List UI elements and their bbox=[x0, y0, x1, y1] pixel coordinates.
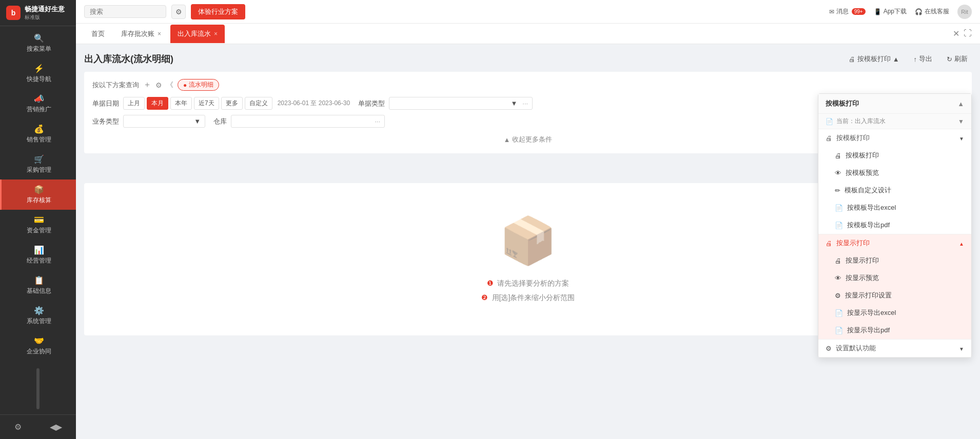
template-print-item[interactable]: 🖨 按模板打印 bbox=[818, 147, 971, 164]
filter-active-tag[interactable]: ● 流水明细 bbox=[178, 79, 219, 91]
export-button[interactable]: ↑ 导出 bbox=[910, 52, 937, 66]
filter-warehouse-select[interactable]: ··· bbox=[231, 115, 385, 128]
display-print-settings-item[interactable]: ⚙ 按显示打印设置 bbox=[818, 287, 971, 304]
template-print-section-icon: 🖨 bbox=[826, 134, 832, 142]
sidebar-item-quick-nav[interactable]: ⚡快捷导航 bbox=[0, 58, 76, 89]
trial-button[interactable]: 体验行业方案 bbox=[191, 4, 245, 19]
sidebar-item-label: 采购管理 bbox=[27, 166, 51, 174]
filter-warehouse-item: 仓库 ··· bbox=[213, 115, 385, 128]
tab-inventory-batch[interactable]: 库存批次账 × bbox=[114, 25, 168, 43]
dropdown-header: 按模板打印 ▲ bbox=[818, 94, 971, 114]
date-btn-this-month[interactable]: 本月 bbox=[147, 97, 168, 110]
settings-gear-button[interactable]: ⚙ bbox=[171, 5, 186, 19]
refresh-button[interactable]: ↻ 刷新 bbox=[943, 52, 972, 66]
pdf-icon: 📄 bbox=[835, 222, 843, 229]
dropdown-section-template-print: 🖨 按模板打印 🖨 按模板打印 👁 按模板预览 ✏ 模板自定义设计 bbox=[818, 129, 971, 234]
tab-inventory-flow[interactable]: 出入库流水 × bbox=[170, 25, 225, 43]
filter-settings-button[interactable]: ⚙ bbox=[155, 81, 162, 89]
collapse-sidebar-icon[interactable]: ◀▶ bbox=[48, 420, 64, 434]
finance-icon: 💳 bbox=[34, 215, 44, 225]
maximize-button[interactable]: ⛶ bbox=[964, 29, 972, 38]
sidebar-nav: 🔍搜索菜单⚡快捷导航📣营销推广💰销售管理🛒采购管理📦库存核算💳资金管理📊经营管理… bbox=[0, 26, 76, 363]
set-default-icon: ⚙ bbox=[826, 345, 832, 352]
main-content: ⚙ 体验行业方案 ✉ 消息 99+ 📱 App下载 🎧 在线客服 Rit bbox=[76, 0, 980, 439]
sidebar-item-inventory[interactable]: 📦库存核算 bbox=[0, 179, 76, 210]
sidebar-item-system[interactable]: ⚙️系统管理 bbox=[0, 301, 76, 331]
template-preview-item[interactable]: 👁 按模板预览 bbox=[818, 164, 971, 182]
filter-date-range: 2023-06-01 至 2023-06-30 bbox=[278, 99, 350, 108]
sidebar-item-label: 经营管理 bbox=[27, 256, 51, 265]
set-default-chevron bbox=[959, 345, 964, 352]
empty-hint-2: ❷ 用[选]条件来缩小分析范围 bbox=[481, 290, 575, 305]
sidebar-item-label: 营销推广 bbox=[27, 105, 51, 114]
avatar[interactable]: Rit bbox=[957, 5, 972, 19]
print-dropdown-panel: 按模板打印 ▲ 📄 当前：出入库流水 ▼ 🖨 按模板打印 bbox=[818, 93, 972, 358]
tab-home[interactable]: 首页 bbox=[84, 25, 112, 43]
empty-illustration: 📦 bbox=[499, 214, 557, 268]
search-input[interactable] bbox=[84, 5, 166, 18]
sidebar-logo: b 畅捷通好生意 标准版 bbox=[0, 0, 76, 26]
sidebar-item-basic[interactable]: 📋基础信息 bbox=[0, 270, 76, 301]
sidebar-item-sales[interactable]: 💰销售管理 bbox=[0, 119, 76, 149]
date-btn-more[interactable]: 更多 bbox=[221, 97, 243, 110]
filter-collapse-button[interactable]: 《 bbox=[166, 81, 173, 90]
sidebar-item-marketing[interactable]: 📣营销推广 bbox=[0, 89, 76, 119]
sidebar-item-cooperation[interactable]: 🤝企业协同 bbox=[0, 331, 76, 361]
current-template-icon: 📄 bbox=[826, 118, 833, 125]
filter-doc-type-item: 单据类型 ▼ ··· bbox=[358, 97, 533, 110]
filter-tag-dot: ● bbox=[183, 82, 187, 89]
dropdown-chevron-icon[interactable]: ▲ bbox=[957, 100, 964, 108]
display-print-item[interactable]: 🖨 按显示打印 bbox=[818, 252, 971, 269]
sidebar-item-search[interactable]: 🔍搜索菜单 bbox=[0, 28, 76, 58]
date-btn-last-month[interactable]: 上月 bbox=[123, 97, 145, 110]
template-print-section-header[interactable]: 🖨 按模板打印 bbox=[818, 129, 971, 147]
set-default-section-header[interactable]: ⚙ 设置默认功能 bbox=[818, 340, 971, 357]
app-download-button[interactable]: 📱 App下载 bbox=[874, 7, 907, 16]
collapse-icon: ▲ bbox=[504, 136, 511, 144]
export-icon: ↑ bbox=[914, 55, 917, 63]
quick-nav-icon: ⚡ bbox=[34, 64, 44, 73]
header-search-wrap bbox=[84, 5, 166, 18]
chevron-down-icon: ▼ bbox=[194, 117, 201, 125]
excel-icon: 📄 bbox=[835, 204, 843, 212]
sidebar-item-finance[interactable]: 💳资金管理 bbox=[0, 210, 76, 240]
tab-close-inventory-batch[interactable]: × bbox=[158, 30, 161, 37]
printer-item-icon: 🖨 bbox=[835, 152, 841, 159]
settings-icon[interactable]: ⚙ bbox=[12, 420, 24, 434]
sidebar-item-label: 快捷导航 bbox=[27, 75, 51, 84]
filter-biz-type-select[interactable]: ▼ bbox=[123, 115, 205, 128]
tab-close-inventory-flow[interactable]: × bbox=[214, 30, 218, 37]
basic-icon: 📋 bbox=[34, 275, 44, 285]
date-btn-7days[interactable]: 近7天 bbox=[194, 97, 219, 110]
filter-date-item: 单据日期 上月 本月 本年 近7天 更多 自定义 2023-06-01 至 20… bbox=[92, 97, 350, 110]
sidebar-item-label: 库存核算 bbox=[27, 196, 51, 205]
display-print-section-header[interactable]: 🖨 按显示打印 bbox=[818, 234, 971, 252]
filter-doc-type-select[interactable]: ▼ ··· bbox=[389, 97, 533, 110]
display-export-excel-item[interactable]: 📄 按显示导出excel bbox=[818, 304, 971, 322]
display-export-pdf-item[interactable]: 📄 按显示导出pdf bbox=[818, 322, 971, 339]
sidebar-item-operations[interactable]: 📊经营管理 bbox=[0, 240, 76, 270]
tabs-actions: ✕ ⛶ bbox=[953, 29, 972, 38]
template-export-excel-item[interactable]: 📄 按模板导出excel bbox=[818, 199, 971, 216]
more-options-icon[interactable]: ··· bbox=[522, 99, 528, 107]
app-logo-icon: b bbox=[6, 6, 21, 20]
sidebar-item-purchase[interactable]: 🛒采购管理 bbox=[0, 149, 76, 179]
print-template-button[interactable]: 🖨 按模板打印 ▲ bbox=[845, 52, 904, 66]
message-button[interactable]: ✉ 消息 99+ bbox=[829, 7, 866, 16]
close-all-tabs-button[interactable]: ✕ bbox=[953, 29, 959, 38]
display-preview-item[interactable]: 👁 按显示预览 bbox=[818, 269, 971, 287]
collapse-more-button[interactable]: ▲ 收起更多条件 bbox=[498, 133, 559, 146]
date-btn-custom[interactable]: 自定义 bbox=[245, 97, 272, 110]
message-badge: 99+ bbox=[852, 8, 866, 15]
header-left: ⚙ 体验行业方案 bbox=[84, 4, 245, 19]
printer-icon: 🖨 bbox=[849, 55, 855, 63]
filter-add-button[interactable]: ＋ bbox=[143, 79, 151, 90]
display-settings-icon: ⚙ bbox=[835, 292, 841, 300]
date-btn-this-year[interactable]: 本年 bbox=[170, 97, 192, 110]
online-service-button[interactable]: 🎧 在线客服 bbox=[915, 7, 949, 16]
chevron-down-icon: ▼ bbox=[511, 99, 517, 107]
operations-icon: 📊 bbox=[34, 245, 44, 255]
template-custom-item[interactable]: ✏ 模板自定义设计 bbox=[818, 182, 971, 199]
template-export-pdf-item[interactable]: 📄 按模板导出pdf bbox=[818, 216, 971, 234]
more-options-icon[interactable]: ··· bbox=[375, 117, 380, 125]
